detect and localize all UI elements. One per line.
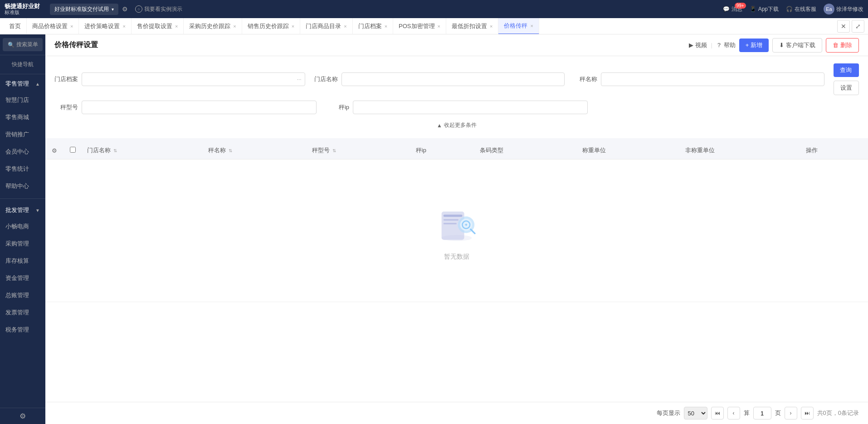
sidebar-item-label: 会员中心 [5, 148, 29, 156]
sidebar-item-tax[interactable]: 税务管理 [0, 321, 45, 338]
version-label: 好业财标准版交付试用 [54, 5, 109, 13]
tab-label: 价格传秤 [504, 22, 527, 30]
sidebar-item-ecommerce[interactable]: 小畅电商 [0, 218, 45, 235]
sidebar-item-inventory[interactable]: 库存核算 [0, 252, 45, 270]
empty-text: 暂无数据 [444, 253, 469, 261]
download-label: 客户端下载 [786, 41, 815, 49]
user-menu[interactable]: Ea 徐泽华修改 [824, 4, 863, 14]
download-icon: ⬇ [779, 42, 784, 48]
tab-sale-price[interactable]: 售价提取设置 × [132, 18, 184, 34]
tab-home[interactable]: 首页 [4, 18, 27, 34]
scale-name-input[interactable] [601, 72, 824, 86]
sidebar-item-smart-store[interactable]: 智慧门店 [0, 92, 45, 109]
close-icon[interactable]: × [530, 23, 533, 29]
sidebar: 🔍 搜索菜单 快捷导航 零售管理 ▲ 智慧门店 零售商城 营销推广 [0, 34, 45, 424]
filter-row-1: 门店档案 ··· 门店名称 秤名称 查询 [54, 63, 859, 95]
tab-price-scale[interactable]: 价格传秤 × [498, 18, 539, 34]
th-weight-unit-label: 称重单位 [582, 147, 606, 154]
query-button[interactable]: 查询 [834, 63, 859, 77]
tab-store-archive[interactable]: 门店档案 × [353, 18, 393, 34]
demo-label: 我要看实例演示 [144, 5, 182, 13]
close-tab-button[interactable]: ✕ [837, 20, 850, 33]
app-logo: 畅捷通好业财 标准版 [5, 3, 41, 16]
expand-tab-button[interactable]: ⤢ [852, 20, 864, 33]
service-label: 在线客服 [795, 5, 816, 13]
select-all-checkbox[interactable] [70, 147, 76, 153]
filter-scale-name: 秤名称 [574, 72, 824, 86]
app-download-button[interactable]: 📱 App下载 [750, 5, 779, 13]
close-icon[interactable]: × [122, 24, 125, 29]
service-button[interactable]: 🎧 在线客服 [786, 5, 816, 13]
add-button[interactable]: + 新增 [739, 39, 769, 52]
last-page-button[interactable]: ⏭ [801, 407, 814, 419]
version-selector[interactable]: 好业财标准版交付试用 ▾ [50, 4, 118, 15]
filter-store-name: 门店名称 [314, 72, 565, 86]
delete-button[interactable]: 🗑 删除 [826, 38, 859, 53]
next-page-button[interactable]: › [785, 407, 797, 419]
sidebar-group-retail-title[interactable]: 零售管理 ▲ [0, 76, 45, 92]
quicknav-button[interactable]: 快捷导航 [0, 57, 45, 72]
sidebar-item-marketing[interactable]: 营销推广 [0, 126, 45, 143]
sidebar-settings-icon[interactable]: ⚙ [20, 412, 26, 420]
sidebar-group-wholesale-title[interactable]: 批发管理 ▼ [0, 202, 45, 218]
circle-icon: ○ [135, 5, 142, 13]
sidebar-item-label: 智慧门店 [5, 96, 29, 104]
close-icon[interactable]: × [292, 24, 294, 29]
store-archive-input[interactable] [82, 72, 305, 86]
tab-price-settings[interactable]: 商品价格设置 × [27, 18, 79, 34]
prev-page-button[interactable]: ‹ [727, 407, 740, 419]
settings-filter-button[interactable]: 设置 [834, 81, 859, 95]
tab-store-catalog[interactable]: 门店商品目录 × [300, 18, 352, 34]
tab-home-label: 首页 [9, 22, 21, 30]
th-scale-name: 秤名称 ⇅ [203, 142, 307, 159]
sidebar-item-ledger[interactable]: 总账管理 [0, 287, 45, 304]
tab-sale-history[interactable]: 销售历史价跟踪 × [242, 18, 300, 34]
video-link[interactable]: ▶ 视频 [689, 41, 707, 49]
close-icon[interactable]: × [385, 24, 387, 29]
collapse-button[interactable]: ▲ 收起更多条件 [437, 121, 477, 129]
sidebar-item-retail-stats[interactable]: 零售统计 [0, 160, 45, 178]
sidebar-item-finance[interactable]: 资金管理 [0, 270, 45, 287]
tab-purchase-history[interactable]: 采购历史价跟踪 × [184, 18, 242, 34]
data-table: ⚙ 门店名称 ⇅ 秤名称 ⇅ [45, 142, 868, 302]
download-button[interactable]: ⬇ 客户端下载 [772, 38, 822, 53]
tab-label: 进价策略设置 [84, 22, 120, 30]
sidebar-quicknav: 快捷导航 [0, 55, 45, 74]
store-name-input[interactable] [341, 72, 565, 86]
demo-link[interactable]: ○ 我要看实例演示 [135, 5, 182, 13]
close-icon[interactable]: × [490, 24, 493, 29]
ellipsis-icon[interactable]: ··· [297, 76, 302, 82]
sidebar-item-invoice[interactable]: 发票管理 [0, 304, 45, 321]
sidebar-item-purchase[interactable]: 采购管理 [0, 235, 45, 252]
scale-model-input[interactable] [82, 101, 317, 114]
store-archive-input-wrapper: ··· [82, 72, 305, 86]
close-icon[interactable]: × [438, 24, 440, 29]
search-menu-button[interactable]: 🔍 搜索菜单 [3, 38, 43, 51]
sidebar-item-help[interactable]: 帮助中心 [0, 178, 45, 195]
svg-rect-4 [444, 223, 457, 224]
close-icon[interactable]: × [175, 24, 178, 29]
help-link[interactable]: ？ 帮助 [716, 41, 736, 49]
tab-pos[interactable]: POS加密管理 × [393, 18, 446, 34]
first-page-button[interactable]: ⏮ [711, 407, 724, 419]
close-icon[interactable]: × [233, 24, 236, 29]
th-operation: 操作 [800, 142, 868, 159]
page-number-input[interactable] [753, 407, 771, 419]
sidebar-item-label: 总账管理 [5, 291, 29, 299]
scale-ip-input[interactable] [353, 101, 588, 114]
sidebar-item-member[interactable]: 会员中心 [0, 143, 45, 160]
sidebar-item-label: 发票管理 [5, 308, 29, 317]
collapse-label: 收起更多条件 [444, 121, 477, 129]
tab-min-discount[interactable]: 最低折扣设置 × [446, 18, 498, 34]
tab-label: 采购历史价跟踪 [189, 22, 230, 30]
settings-icon[interactable]: ⚙ [52, 147, 57, 154]
tab-purchase-strategy[interactable]: 进价策略设置 × [79, 18, 131, 34]
sidebar-item-retail-mall[interactable]: 零售商城 [0, 109, 45, 126]
filter-scale-ip: 秤ip [326, 101, 588, 114]
close-icon[interactable]: × [70, 24, 73, 29]
per-page-select[interactable]: 50 10 20 100 [684, 407, 707, 419]
delete-label: 删除 [840, 41, 852, 49]
gear-icon[interactable]: ⚙ [122, 5, 128, 13]
message-button[interactable]: 💬 消息 99+ [723, 5, 742, 13]
close-icon[interactable]: × [344, 24, 346, 29]
